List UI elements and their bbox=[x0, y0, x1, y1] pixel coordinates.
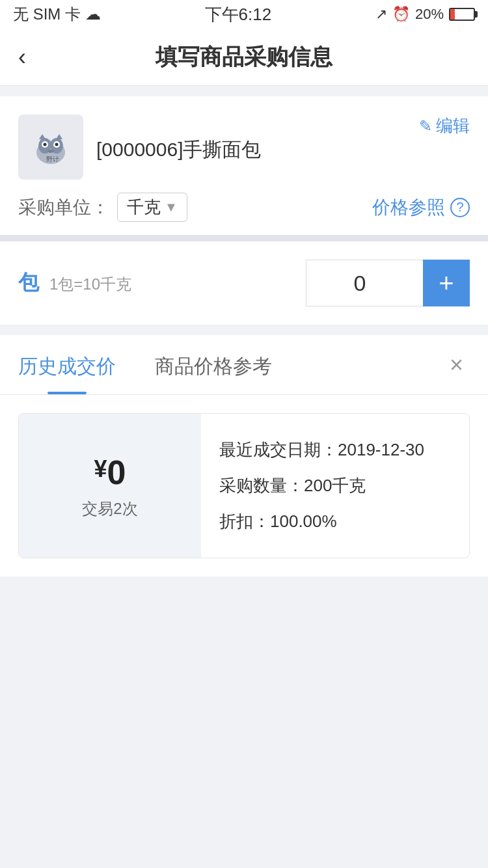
recent-date-value: 2019-12-30 bbox=[338, 440, 424, 459]
product-logo-svg: 野计 bbox=[28, 128, 74, 167]
discount-value: 100.00% bbox=[270, 511, 337, 531]
page-title: 填写商品采购信息 bbox=[156, 42, 332, 72]
svg-text:野计: 野计 bbox=[46, 156, 59, 163]
alarm-icon: ⏰ bbox=[392, 6, 410, 23]
edit-icon: ✎ bbox=[419, 117, 432, 135]
recent-date-row: 最近成交日期：2019-12-30 bbox=[219, 437, 451, 463]
product-unit-row: 采购单位： 千克 ▼ 价格参照 ? bbox=[18, 193, 470, 222]
tab-history-price[interactable]: 历史成交价 bbox=[18, 335, 116, 394]
recent-date-label: 最近成交日期： bbox=[219, 440, 338, 459]
history-content: ¥0 交易2次 最近成交日期：2019-12-30 采购数量：200千克 折扣：… bbox=[0, 395, 488, 576]
price-value: 0 bbox=[107, 454, 126, 491]
discount-row: 折扣：100.00% bbox=[219, 509, 451, 534]
tab-price-reference[interactable]: 商品价格参考 bbox=[155, 335, 272, 394]
quantity-plus-button[interactable]: + bbox=[423, 260, 470, 306]
svg-point-6 bbox=[55, 143, 59, 146]
discount-label: 折扣： bbox=[219, 511, 270, 531]
currency-symbol: ¥ bbox=[94, 455, 107, 482]
section-divider bbox=[0, 235, 488, 241]
dropdown-arrow-icon: ▼ bbox=[165, 200, 178, 215]
quantity-unit: 包 bbox=[18, 269, 39, 297]
transaction-count: 交易2次 bbox=[82, 498, 137, 519]
quantity-section: 包 1包=10千克 + bbox=[0, 241, 488, 325]
product-header: 野计 [0000006]手撕面包 ✎ 编辑 bbox=[18, 115, 470, 180]
battery-icon bbox=[449, 8, 475, 21]
unit-value: 千克 bbox=[127, 196, 161, 219]
status-left: 无 SIM 卡 ☁ bbox=[13, 4, 101, 25]
tabs-header: 历史成交价 商品价格参考 × bbox=[0, 335, 488, 395]
product-thumbnail: 野计 bbox=[18, 115, 83, 180]
quantity-conversion: 1包=10千克 bbox=[49, 274, 131, 295]
svg-marker-9 bbox=[39, 134, 46, 139]
nav-bar: ‹ 填写商品采购信息 bbox=[0, 29, 488, 86]
product-name: [0000006]手撕面包 bbox=[96, 131, 261, 163]
status-right: ↗ ⏰ 20% bbox=[375, 6, 475, 23]
purchase-qty-row: 采购数量：200千克 bbox=[219, 473, 451, 498]
product-section: 野计 [0000006]手撕面包 ✎ 编辑 采购单位： 千克 ▼ 价格参照 ? bbox=[0, 96, 488, 235]
unit-label: 采购单位： bbox=[18, 195, 109, 220]
product-left: 野计 [0000006]手撕面包 bbox=[18, 115, 261, 180]
price-ref-label: 价格参照 bbox=[372, 195, 445, 220]
bottom-area bbox=[0, 576, 488, 868]
price-ref-button[interactable]: 价格参照 ? bbox=[372, 195, 470, 220]
signal-text: 无 SIM 卡 ☁ bbox=[13, 4, 101, 25]
history-price-side: ¥0 交易2次 bbox=[19, 414, 201, 558]
unit-select-dropdown[interactable]: 千克 ▼ bbox=[117, 193, 187, 222]
status-time: 下午6:12 bbox=[205, 3, 272, 26]
edit-label: 编辑 bbox=[436, 115, 470, 137]
svg-marker-10 bbox=[56, 134, 62, 139]
svg-point-5 bbox=[44, 143, 47, 146]
quantity-input[interactable] bbox=[306, 260, 423, 306]
help-icon: ? bbox=[450, 198, 470, 217]
tabs-list: 历史成交价 商品价格参考 bbox=[18, 335, 272, 394]
history-detail-side: 最近成交日期：2019-12-30 采购数量：200千克 折扣：100.00% bbox=[201, 414, 469, 558]
tabs-section: 历史成交价 商品价格参考 × ¥0 交易2次 最近成交日期：2019-12-30… bbox=[0, 335, 488, 576]
purchase-qty-value: 200千克 bbox=[304, 476, 366, 495]
tabs-close-button[interactable]: × bbox=[443, 345, 470, 385]
status-bar: 无 SIM 卡 ☁ 下午6:12 ↗ ⏰ 20% bbox=[0, 0, 488, 29]
location-icon: ↗ bbox=[375, 6, 387, 23]
back-button[interactable]: ‹ bbox=[18, 44, 26, 71]
history-price-display: ¥0 bbox=[94, 453, 126, 492]
quantity-input-group: + bbox=[306, 260, 470, 306]
purchase-qty-label: 采购数量： bbox=[219, 476, 304, 495]
battery-percent: 20% bbox=[415, 6, 444, 23]
quantity-label-row: 包 1包=10千克 bbox=[18, 269, 131, 297]
history-card: ¥0 交易2次 最近成交日期：2019-12-30 采购数量：200千克 折扣：… bbox=[18, 413, 470, 558]
edit-button[interactable]: ✎ 编辑 bbox=[419, 115, 470, 137]
